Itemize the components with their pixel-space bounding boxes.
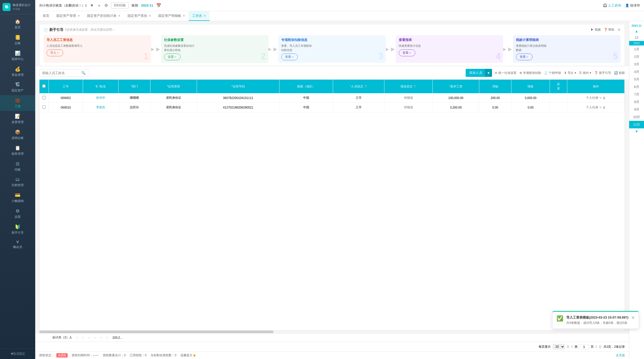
special-deduction-button[interactable]: ⊕ 专项附加扣除 [519, 71, 541, 75]
edit-icon-1[interactable]: ✎ [599, 96, 602, 100]
sidebar-item-xiaochang[interactable]: 💳 小畅报销 [0, 190, 35, 206]
calendar-month-8[interactable]: 8月 [629, 98, 644, 106]
prev-page-button[interactable]: ⟨ [571, 345, 573, 348]
edit-icon-2[interactable]: ✎ [599, 106, 602, 109]
sidebar-item-home[interactable]: 🏠 首页 [0, 16, 35, 32]
newguide-button[interactable]: ❓ 新手引导 [594, 71, 611, 75]
personal-social-button-2[interactable]: 个人社保 [586, 105, 598, 110]
row-base-salary: 100,000.00 [433, 93, 479, 103]
calendar-month-6[interactable]: 6月 [629, 83, 644, 91]
sidebar-item-label: 发票管理 [12, 120, 24, 124]
per-page-select[interactable]: 10 20 50 [553, 344, 565, 349]
logo-icon: 畅 [3, 3, 11, 11]
step-4-button[interactable]: 查看＞ [399, 49, 415, 56]
sidebar-item-finance[interactable]: 💰 资金管理 [0, 64, 35, 80]
tax-declaration-button[interactable]: 🧾 个税申报 [544, 71, 561, 75]
step-3-button[interactable]: 查看＞ [281, 54, 298, 60]
calendar-up-arrow[interactable]: ▲ [634, 28, 639, 34]
add-employee-dropdown-button[interactable]: ▼ [485, 69, 492, 77]
guide-close-button[interactable]: ✕ [617, 27, 621, 32]
calendar-month-11[interactable]: 11月 [629, 121, 644, 128]
tab-home[interactable]: 首页 [39, 11, 53, 21]
calendar-month-2[interactable]: 2月 [629, 53, 644, 61]
add-employee-button[interactable]: 添加人员 [466, 69, 486, 77]
recharge-button[interactable]: 去充值 [616, 353, 625, 357]
social-insurance-button[interactable]: ᗑ 统一社保设置 [495, 71, 516, 75]
tab-depreciation-close-icon[interactable]: ✕ [118, 14, 120, 18]
sidebar-item-payroll[interactable]: 💼 工资 [0, 95, 35, 111]
sidebar-item-member[interactable]: V 畅会员 [0, 237, 35, 252]
delete-icon-1[interactable]: 🗑 [603, 96, 606, 100]
calendar-month-5[interactable]: 5月 [629, 76, 644, 83]
sidebar-item-reports[interactable]: 📊 报表中心 [0, 48, 35, 64]
next-page-button[interactable]: ⟩ [596, 345, 597, 348]
account-dropdown-icon[interactable]: ▼ [90, 3, 94, 8]
calendar-month-12[interactable]: 12 [629, 34, 644, 41]
export-button[interactable]: ⬇ 导出 ▾ [564, 71, 576, 75]
calendar-month-10[interactable]: 10月 [629, 113, 644, 121]
toast-close-button[interactable]: ✕ [631, 315, 635, 320]
guide-video-link[interactable]: ▶ 视频 [591, 28, 600, 32]
sidebar-item-tax[interactable]: 📋 税务管理 [0, 143, 35, 159]
page-input[interactable] [580, 344, 589, 349]
calendar-month-9[interactable]: 9月 [629, 106, 644, 113]
calendar-icon[interactable]: 📅 [156, 3, 161, 8]
step-1-title: 导入员工工资信息 [47, 38, 148, 42]
expense-icon: 📝 [15, 114, 20, 119]
filter-icon[interactable]: ▽ [364, 85, 367, 88]
horizontal-scrollbar[interactable] [39, 331, 625, 333]
refresh-button[interactable]: 🔄 刷新 [614, 71, 625, 75]
search-input[interactable] [42, 71, 80, 75]
settings-gear-icon[interactable]: ⚙ [104, 3, 108, 8]
step-3-title: 专项附加扣除信息 [281, 38, 383, 42]
sidebar-item-expense[interactable]: 📝 发票管理 [0, 111, 35, 127]
step-5-button[interactable]: 查看＞ [516, 54, 533, 60]
tab-assets[interactable]: 固定资产管理 ✕ [53, 11, 84, 21]
step-1-button[interactable]: 导入＞ [47, 49, 63, 56]
delete-icon-2[interactable]: 🗑 [603, 106, 606, 109]
first-page-button[interactable]: ⟨⟨ [567, 345, 569, 348]
select-all-checkbox[interactable] [42, 84, 46, 88]
tab-payroll-close-icon[interactable]: ✕ [204, 14, 206, 18]
service-button[interactable]: 🎧 人工咨询 [603, 3, 621, 8]
personal-social-button-1[interactable]: 个人社保 [586, 96, 598, 100]
sidebar-item-archive[interactable]: 🗂 归档管理 [0, 174, 35, 190]
row-checkbox-2[interactable] [42, 106, 46, 109]
calendar-month-4[interactable]: 4月 [629, 68, 644, 76]
tab-depreciation[interactable]: 固定资产折旧统计表 ✕ [84, 11, 124, 21]
calendar-month-7[interactable]: 7月 [629, 91, 644, 98]
add-account-icon[interactable]: ＋ [97, 3, 101, 9]
step-2-button[interactable]: 设置＞ [164, 54, 181, 60]
operation-button[interactable]: ☰ 操作 ▾ [579, 71, 591, 75]
row-send-status: 待报送 [384, 93, 432, 103]
tab-category-close-icon[interactable]: ✕ [149, 14, 151, 18]
sidebar: 畅 畅捷通好会计 专业版 🏠 首页 📒 总账 📊 报表中心 💰 资金管理 🏗 固… [0, 0, 35, 359]
tab-payroll[interactable]: 工资表 ✕ [189, 11, 210, 21]
sidebar-item-assets[interactable]: 🏗 固定资产 [0, 80, 35, 95]
sidebar-item-close[interactable]: ⚖ 结账 [0, 159, 35, 174]
sidebar-item-ledger[interactable]: 📒 总账 [0, 32, 35, 48]
last-page-button[interactable]: ⟩⟩ [599, 345, 601, 348]
header-name: ⇅ *姓名 [83, 80, 118, 93]
employee-name-link-2[interactable]: 李俊杰 [96, 106, 105, 109]
tab-detail-close-icon[interactable]: ✕ [183, 14, 185, 18]
reports-icon: 📊 [15, 50, 20, 56]
topbar: 刘小艳演示账套（勿删勿动！）1 ▼ ＋ ⚙ 切到旧版 账期 2023-11 📅 … [35, 0, 644, 11]
row-allowance: 200.00 [479, 93, 511, 103]
tab-detail[interactable]: 固定资产明细账 ✕ [155, 11, 189, 21]
switch-old-version-button[interactable]: 切到旧版 [111, 2, 129, 9]
calendar-month-3[interactable]: 3月 [629, 61, 644, 68]
guide-help-link[interactable]: ❓ 帮助 [604, 28, 614, 32]
sidebar-item-settings[interactable]: ⚙ 设置 [0, 206, 35, 222]
unpin-button[interactable]: ◀取消固定 [10, 352, 25, 356]
tab-assets-close-icon[interactable]: ✕ [77, 14, 80, 18]
employee-name-link-1[interactable]: 徐泽华 [96, 96, 105, 99]
sidebar-item-inventory[interactable]: 📦 进销台账 [0, 127, 35, 143]
sidebar-item-newguide[interactable]: 🔰 新手引导 [0, 222, 35, 237]
filter-icon-2[interactable]: ▽ [413, 85, 416, 88]
row-checkbox-1[interactable] [42, 96, 46, 99]
search-icon[interactable]: 🔍 [81, 71, 86, 75]
calendar-month-1[interactable]: 1月 [629, 45, 644, 53]
calendar-down-arrow[interactable]: ▼ [634, 128, 639, 134]
tab-category[interactable]: 固定资产类别 ✕ [124, 11, 155, 21]
